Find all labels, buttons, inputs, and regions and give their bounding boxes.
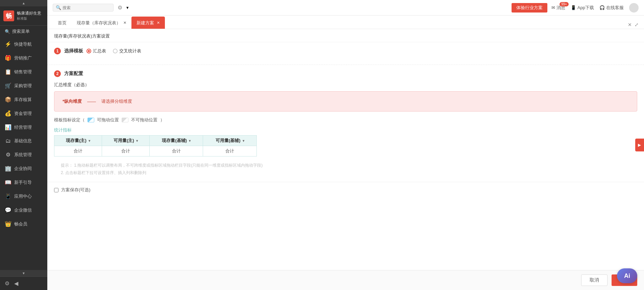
step2-number: 2 [54,70,61,77]
content-area: 现存量(库存状况表)方案设置 1 选择模板 汇总表 交叉统计表 [47,29,644,270]
req-placeholder: 请选择分组维度 [101,98,132,104]
sidebar-item-finance[interactable]: 💰 资金管理 [0,106,47,120]
save-plan-row: 方案保存(可选) [47,182,644,198]
col-header-2: 可用量(主) ▾ [102,136,149,146]
header-search-box[interactable]: 🔍 [53,4,114,11]
sidebar-item-label: 经营管理 [14,124,32,130]
avatar[interactable] [629,3,639,13]
sidebar-item-new-guide[interactable]: 📖 新手引导 [0,175,47,189]
step2-title: 方案配置 [64,71,83,77]
req-dash: —— [87,99,96,104]
headset-icon: 🎧 [599,5,605,10]
search-icon: 🔍 [5,29,10,34]
sidebar-item-enterprise[interactable]: 🏢 企业协同 [0,162,47,175]
movable-label: 可拖动位置 [97,117,119,123]
tab-controls: ✕ ⤢ [628,22,639,29]
fixed-indicator [122,118,128,122]
col1-label: 现存量(主) [66,138,86,144]
header-gear-icon[interactable]: ⚙ [118,4,122,11]
sidebar-item-label: 系统管理 [14,152,32,158]
sidebar-item-purchase[interactable]: 🛒 采购管理 [0,79,47,93]
expand-panel-icon[interactable]: ⤢ [635,22,639,27]
radio-summary[interactable]: 汇总表 [86,48,106,54]
sidebar-scroll-down[interactable]: ▼ [0,270,47,276]
sidebar-item-system[interactable]: ⚙ 系统管理 [0,148,47,162]
tab-new-plan[interactable]: 新建方案 ✕ [131,17,165,29]
sidebar-item-inventory[interactable]: 📦 库存核算 [0,93,47,106]
sidebar-item-app-center[interactable]: 📱 应用中心 [0,189,47,203]
message-item[interactable]: ✉ 消息 99+ [551,5,565,11]
tab-new-plan-close-icon[interactable]: ✕ [157,21,160,25]
brand-icon: 畅 [3,10,14,21]
app-download-item[interactable]: 📱 App下载 [571,5,594,11]
message-icon: ✉ [551,5,555,10]
tab-home[interactable]: 首页 [53,17,72,29]
template-radio-group: 汇总表 交叉统计表 [86,48,141,54]
sidebar-item-sales[interactable]: 📋 销售管理 [0,65,47,79]
statistics-table: 现存量(主) ▾ 可用量(主) ▾ [54,135,257,156]
sidebar-item-basic-info[interactable]: 🗂 基础信息 [0,134,47,148]
table-summary-row: 合计 合计 合计 合计 [54,146,257,156]
sidebar-item-label: 应用中心 [14,193,32,199]
indicator-label-start: 模板指标设定（ [54,117,85,123]
save-plan-checkbox[interactable] [54,188,58,192]
app-icon: 📱 [571,5,576,10]
header-dropdown-icon[interactable]: ▾ [126,5,129,10]
tab-inventory-status-label: 现存量（库存状况表） [77,20,121,26]
sidebar-item-vip[interactable]: 👑 畅会员 [0,217,47,231]
basic-info-icon: 🗂 [5,138,11,144]
footer-bar: 取消 查询 [47,270,644,290]
sidebar-item-wechat[interactable]: 💬 企业微信 [0,203,47,217]
required-dimension-box: *纵向维度 —— 请选择分组维度 [54,91,637,112]
sidebar-item-quick-nav[interactable]: ⚡ 快捷导航 [0,37,47,51]
sales-icon: 📋 [5,69,11,75]
required-dimension-row: *纵向维度 —— 请选择分组维度 [63,98,629,104]
col1-chevron[interactable]: ▾ [89,139,90,143]
right-float-tab[interactable]: ▶ [635,139,644,151]
close-panel-icon[interactable]: ✕ [628,22,632,27]
ai-button[interactable]: Ai [617,268,637,283]
indicator-label-end: ） [160,117,165,123]
sidebar-item-operations[interactable]: 📊 经营管理 [0,120,47,134]
sidebar-bottom: ⚙ ◀ [0,276,47,290]
brand-header: 畅 畅康通好生意 标准版 [0,6,47,26]
brand-name: 畅康通好生意 [17,11,41,16]
app-label: App下载 [577,5,594,11]
indicator-legend: 模板指标设定（ 可拖动位置 不可拖动位置 ） [54,117,637,123]
sidebar-search[interactable]: 🔍 搜索菜单 [0,26,47,37]
radio-cross-label: 交叉统计表 [119,48,141,54]
col2-chevron[interactable]: ▾ [136,139,138,143]
radio-cross-circle [113,49,118,53]
sidebar-item-label: 畅会员 [14,221,27,227]
sidebar-item-label: 快捷导航 [14,41,32,47]
settings-bottom-icon[interactable]: ⚙ [5,280,9,287]
sidebar-item-marketing[interactable]: 🎁 营销推广 [0,51,47,65]
collapse-sidebar-icon[interactable]: ◀ [14,280,18,287]
tab-inventory-close-icon[interactable]: ✕ [123,21,126,25]
search-input[interactable] [63,5,106,10]
col2-label: 可用量(主) [114,138,134,144]
sidebar-item-label: 库存核算 [14,97,32,103]
step1-section: 1 选择模板 汇总表 交叉统计表 [47,42,644,65]
sidebar: ▲ 畅 畅康通好生意 标准版 🔍 搜索菜单 ⚡ 快捷导航 🎁 营销推广 📋 销售… [0,0,47,290]
right-float-panel: ▶ [635,139,644,151]
sidebar-scroll-up[interactable]: ▲ [0,0,47,6]
operations-icon: 📊 [5,124,11,130]
wechat-icon: 💬 [5,207,11,213]
message-badge: 99+ [560,2,569,6]
tab-inventory-status[interactable]: 现存量（库存状况表） ✕ [72,17,131,29]
new-guide-icon: 📖 [5,179,11,186]
sidebar-nav: ⚡ 快捷导航 🎁 营销推广 📋 销售管理 🛒 采购管理 📦 库存核算 💰 资金管… [0,37,47,270]
req-field-label: *纵向维度 [63,98,82,104]
customer-service-item[interactable]: 🎧 在线客服 [599,5,624,11]
industry-plan-button[interactable]: 体验行业方案 [512,3,547,13]
radio-cross[interactable]: 交叉统计表 [113,48,141,54]
main-area: 🔍 ⚙ ▾ 体验行业方案 ✉ 消息 99+ 📱 App下载 🎧 在线客服 [47,0,644,290]
col4-label: 可用量(基辅) [216,138,241,144]
top-header: 🔍 ⚙ ▾ 体验行业方案 ✉ 消息 99+ 📱 App下载 🎧 在线客服 [47,0,644,16]
col4-chevron[interactable]: ▾ [243,139,244,143]
sidebar-item-label: 营销推广 [14,55,32,61]
tab-new-plan-label: 新建方案 [137,20,154,26]
cancel-button[interactable]: 取消 [581,274,608,286]
col3-chevron[interactable]: ▾ [189,139,191,143]
